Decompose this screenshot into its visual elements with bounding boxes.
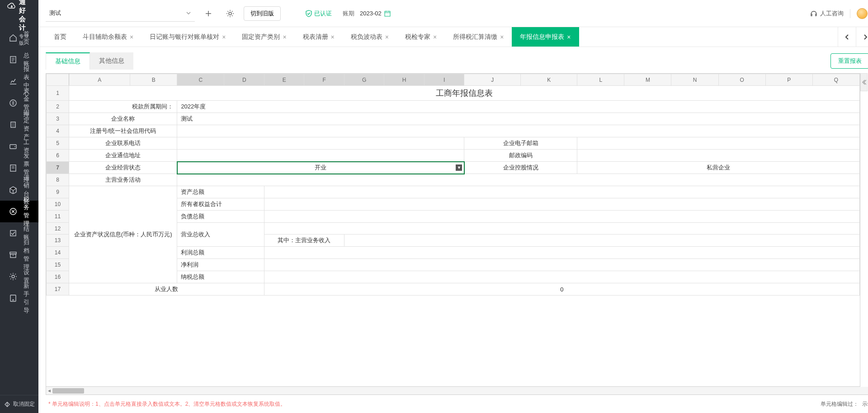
tab[interactable]: 所得税汇算清缴×	[445, 27, 512, 47]
cell[interactable]	[264, 271, 859, 283]
column-header[interactable]: B	[130, 74, 177, 86]
cell[interactable]	[264, 259, 859, 271]
tab[interactable]: 斗目辅助余额表×	[75, 27, 142, 47]
close-icon[interactable]: ×	[130, 33, 133, 41]
close-icon[interactable]: ×	[385, 33, 389, 41]
sidebar-item-money[interactable]: 资金管理	[0, 92, 38, 114]
cell[interactable]	[177, 150, 464, 161]
tab[interactable]: 税检专家×	[397, 27, 445, 47]
tab[interactable]: 日记账与银行对账单核对×	[142, 27, 234, 47]
cell[interactable]: 测试	[177, 113, 859, 125]
close-icon[interactable]: ×	[500, 33, 504, 41]
column-header[interactable]: E	[264, 74, 304, 86]
row-header[interactable]: 11	[47, 211, 69, 223]
cell[interactable]: 2022年度	[177, 101, 859, 113]
row-header[interactable]: 2	[47, 101, 69, 113]
period-picker[interactable]: 2023-02	[360, 10, 391, 17]
row-header[interactable]: 8	[47, 174, 69, 186]
column-header[interactable]: P	[765, 74, 812, 86]
sidebar-item-chart[interactable]: 报表中心	[0, 70, 38, 92]
row-header[interactable]: 3	[47, 113, 69, 125]
row-header[interactable]: 6	[47, 150, 69, 162]
row-header[interactable]: 14	[47, 247, 69, 259]
close-icon[interactable]: ×	[567, 33, 571, 41]
row-header[interactable]: 4	[47, 125, 69, 137]
subtab[interactable]: 基础信息	[46, 52, 90, 70]
column-header[interactable]: Q	[812, 74, 859, 86]
row-header[interactable]: 13	[47, 235, 69, 247]
close-icon[interactable]: ×	[222, 33, 226, 41]
row-header[interactable]: 7	[47, 162, 69, 174]
tab[interactable]: 税表清册×	[295, 27, 343, 47]
column-header[interactable]: G	[344, 74, 384, 86]
year-panel-collapse[interactable]	[860, 73, 868, 91]
row-header[interactable]: 5	[47, 137, 69, 150]
verified-badge[interactable]: 已认证	[305, 9, 332, 18]
column-header[interactable]: I	[424, 74, 464, 86]
row-header[interactable]: 10	[47, 198, 69, 211]
company-select[interactable]: 测试	[46, 5, 195, 22]
cell[interactable]	[264, 186, 859, 198]
row-header[interactable]: 9	[47, 186, 69, 198]
column-header[interactable]: K	[521, 74, 577, 86]
sidebar-item-gear[interactable]: 设置	[0, 266, 38, 287]
dropdown-icon[interactable]: ▼	[456, 164, 462, 171]
tab[interactable]: 税负波动表×	[343, 27, 397, 47]
column-header[interactable]: J	[464, 74, 521, 86]
column-header[interactable]: N	[671, 74, 718, 86]
column-header[interactable]: M	[624, 74, 671, 86]
column-header[interactable]: O	[718, 74, 765, 86]
cell[interactable]	[264, 211, 859, 222]
cell[interactable]	[177, 125, 859, 137]
sidebar-item-wallet[interactable]: 工资	[0, 136, 38, 157]
switch-old-button[interactable]: 切到旧版	[244, 6, 281, 21]
sidebar-item-checkout[interactable]: 结账	[0, 222, 38, 244]
cell[interactable]	[344, 235, 859, 246]
cell[interactable]	[264, 223, 859, 234]
cell[interactable]	[577, 137, 859, 149]
column-header[interactable]: L	[577, 74, 624, 86]
row-header[interactable]: 17	[47, 283, 69, 296]
sidebar-item-building[interactable]: 固定资产	[0, 114, 38, 136]
sidebar-item-guide[interactable]: 新手引导	[0, 287, 38, 309]
cell[interactable]	[264, 198, 859, 210]
sidebar-item-archive[interactable]: 归档管理	[0, 244, 38, 266]
user-menu[interactable]: 畅捷通B组...	[857, 8, 868, 19]
subtab[interactable]: 其他信息	[90, 52, 133, 70]
close-icon[interactable]: ×	[433, 33, 437, 41]
cell[interactable]	[177, 174, 859, 186]
tab[interactable]: 年报信息申报表×	[512, 27, 579, 47]
row-header[interactable]: 12	[47, 223, 69, 235]
sidebar-item-invoice[interactable]: 发票管理	[0, 157, 38, 179]
sidebar-item-ledger[interactable]: 总账	[0, 49, 38, 70]
cell[interactable]	[264, 247, 859, 258]
sidebar-pin-toggle[interactable]: 取消固定	[0, 395, 38, 413]
sidebar-item-tax[interactable]: 税务管理	[0, 201, 38, 222]
tab-scroll-left[interactable]	[838, 27, 856, 47]
row-header[interactable]: 16	[47, 271, 69, 283]
spreadsheet[interactable]: ABCDEFGHIJKLMNOPQ1工商年报信息表2税款所属期间：2022年度3…	[46, 73, 860, 387]
column-header[interactable]: F	[304, 74, 344, 86]
cell[interactable]	[577, 150, 859, 161]
sidebar-item-inventory[interactable]: 进销台账	[0, 179, 38, 201]
column-header[interactable]: D	[224, 74, 264, 86]
scroll-thumb[interactable]	[52, 388, 84, 394]
column-header[interactable]: A	[69, 74, 130, 86]
column-header[interactable]: C	[177, 74, 224, 86]
close-icon[interactable]: ×	[331, 33, 335, 41]
tab[interactable]: 固定资产类别×	[234, 27, 294, 47]
cell[interactable]: 0	[264, 283, 859, 295]
add-button[interactable]	[200, 5, 217, 22]
sidebar-item-home[interactable]: 首页	[0, 27, 38, 49]
tab[interactable]: 首页	[46, 27, 75, 47]
close-icon[interactable]: ×	[283, 33, 286, 41]
status-dropdown[interactable]: 开业	[177, 162, 464, 174]
cell[interactable]	[177, 137, 464, 149]
cell[interactable]: 私营企业	[577, 162, 859, 174]
row-header[interactable]: 15	[47, 259, 69, 271]
column-header[interactable]: H	[384, 74, 424, 86]
settings-button[interactable]	[222, 5, 238, 22]
reset-report-button[interactable]: 重置报表	[830, 53, 868, 69]
horizontal-scrollbar[interactable]: ◄ ►	[46, 387, 868, 395]
select-all-cell[interactable]	[47, 74, 69, 86]
